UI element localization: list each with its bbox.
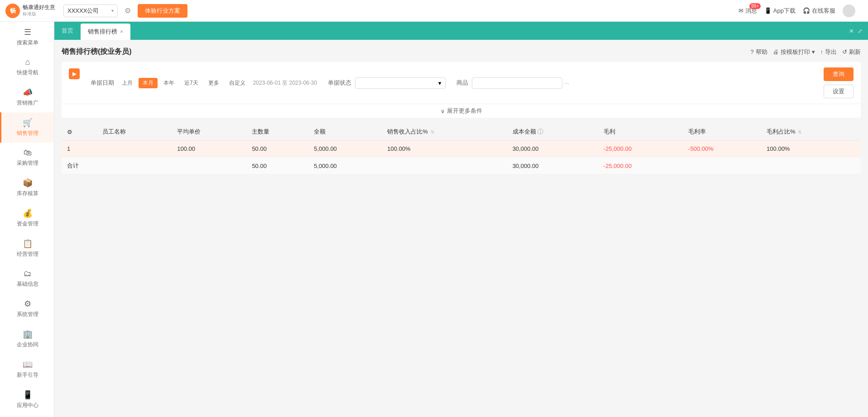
filter-collapse-icon[interactable]: ▶ bbox=[69, 68, 80, 79]
sidebar: ☰ 搜索菜单 ⌂ 快捷导航 📣 营销推广 🛒 销售管理 🛍 采购管理 📦 库存核… bbox=[0, 22, 54, 417]
folder-icon: 🗂 bbox=[24, 269, 32, 278]
sidebar-item-basic-info[interactable]: 🗂 基础信息 bbox=[0, 264, 54, 293]
goods-input[interactable] bbox=[472, 77, 562, 89]
footer-amount: 5,000.00 bbox=[308, 157, 382, 175]
sidebar-item-finance[interactable]: 💰 资金管理 bbox=[0, 203, 54, 233]
date-pills: 上月 本月 本年 近7天 更多 自定义 bbox=[118, 78, 249, 88]
footer-gross-pct bbox=[761, 157, 861, 175]
footer-gross: -25,000.00 bbox=[598, 157, 683, 175]
page-header: 销售排行榜(按业务员) ? 帮助 🖨 按模板打印 ▾ ↑ 导出 bbox=[62, 47, 861, 57]
table-foot: 合计 50.00 5,000.00 30,000.00 -25,000.00 bbox=[62, 157, 861, 175]
status-select[interactable]: ▾ bbox=[355, 77, 446, 89]
page-actions: ? 帮助 🖨 按模板打印 ▾ ↑ 导出 ↺ 刷新 bbox=[750, 48, 861, 56]
table-row: 1 100.00 50.00 5,000.00 100.00% 30,000.0… bbox=[62, 141, 861, 157]
expand-more-button[interactable]: ∨ 展开更多条件 bbox=[62, 104, 861, 118]
company-name: XXXXX公司 bbox=[67, 7, 110, 15]
date-pill-7days[interactable]: 近7天 bbox=[180, 78, 202, 88]
sidebar-item-enterprise[interactable]: 🏢 企业协同 bbox=[0, 324, 54, 354]
sidebar-item-wechat[interactable]: 💬 企业微信 bbox=[0, 415, 54, 417]
status-filter: 单据状态 ▾ bbox=[328, 77, 446, 89]
cell-gross-pct: 100.00% bbox=[761, 141, 861, 157]
date-pill-last-month[interactable]: 上月 bbox=[118, 78, 137, 88]
th-name: 员工名称 bbox=[97, 123, 172, 141]
box-icon: 📦 bbox=[23, 178, 33, 188]
footer-main-qty: 50.00 bbox=[246, 157, 308, 175]
table-body: 1 100.00 50.00 5,000.00 100.00% 30,000.0… bbox=[62, 141, 861, 157]
sidebar-item-inventory[interactable]: 📦 库存核算 bbox=[0, 173, 54, 203]
message-button[interactable]: ✉ 消息 99+ bbox=[739, 7, 757, 15]
table-head: ⚙ 员工名称 平均单价 主数量 全额 销售收入占比% ⇅ 成本全额 bbox=[62, 123, 861, 141]
filter-fields: 单据日期 上月 本月 本年 近7天 更多 自定义 2023-06-01 至 20… bbox=[91, 67, 854, 98]
sidebar-item-app-center[interactable]: 📱 应用中心 bbox=[0, 384, 54, 415]
cell-sales-pct: 100.00% bbox=[382, 141, 507, 157]
settings-button[interactable]: 设置 bbox=[824, 85, 854, 98]
sidebar-item-marketing[interactable]: 📣 营销推广 bbox=[0, 82, 54, 112]
app-icon: 📱 bbox=[764, 7, 772, 14]
trial-button[interactable]: 体验行业方案 bbox=[138, 4, 187, 18]
sidebar-item-search-order[interactable]: ☰ 搜索菜单 bbox=[0, 22, 54, 52]
footer-cost: 30,000.00 bbox=[507, 157, 598, 175]
more-options-icon[interactable]: ··· bbox=[564, 80, 569, 86]
chevron-down-icon: ▾ bbox=[111, 8, 114, 13]
sidebar-item-guide[interactable]: 📖 新手引导 bbox=[0, 354, 54, 384]
megaphone-icon: 📣 bbox=[23, 87, 33, 97]
print-icon: 🖨 bbox=[773, 48, 779, 55]
th-cost: 成本全额 ⓘ bbox=[507, 123, 598, 141]
mobile-icon: 📱 bbox=[23, 390, 33, 400]
table-footer-row: 合计 50.00 5,000.00 30,000.00 -25,000.00 bbox=[62, 157, 861, 175]
date-pill-custom[interactable]: 自定义 bbox=[225, 78, 249, 88]
th-gross-rate: 毛利率 bbox=[683, 123, 761, 141]
footer-gross-rate bbox=[683, 157, 761, 175]
settings-icon[interactable]: ⚙ bbox=[121, 5, 134, 17]
page-title: 销售排行榜(按业务员) bbox=[62, 47, 132, 57]
online-service-button[interactable]: 🎧 在线客服 bbox=[803, 7, 835, 15]
date-pill-this-month[interactable]: 本月 bbox=[139, 78, 158, 88]
window-close-icon[interactable]: ✕ bbox=[849, 28, 854, 34]
app-download-button[interactable]: 📱 App下载 bbox=[764, 7, 796, 15]
company-selector[interactable]: XXXXX公司 ▾ bbox=[63, 5, 118, 17]
gross-pct-sort-icon[interactable]: ⇅ bbox=[798, 129, 801, 134]
sidebar-item-purchase[interactable]: 🛍 采购管理 bbox=[0, 143, 54, 173]
sidebar-item-operation[interactable]: 📋 经营管理 bbox=[0, 233, 54, 264]
logo-icon: 畅 bbox=[5, 4, 20, 18]
sidebar-item-system[interactable]: ⚙ 系统管理 bbox=[0, 293, 54, 324]
content-area: 首页 销售排行榜 × ✕ ⤢ 销售排行榜(按业务员) ? 帮助 bbox=[54, 22, 868, 417]
help-button[interactable]: ? 帮助 bbox=[750, 48, 767, 56]
cell-cost: 30,000.00 bbox=[507, 141, 598, 157]
date-pill-this-year[interactable]: 本年 bbox=[159, 78, 178, 88]
date-pill-more[interactable]: 更多 bbox=[204, 78, 223, 88]
export-button[interactable]: ↑ 导出 bbox=[820, 48, 837, 56]
th-sales-pct: 销售收入占比% ⇅ bbox=[382, 123, 507, 141]
footer-sales-pct bbox=[382, 157, 507, 175]
logo-area: 畅 畅康通好生意 标准版 bbox=[5, 4, 60, 18]
money-icon: 💰 bbox=[23, 208, 33, 218]
tab-close-icon[interactable]: × bbox=[120, 29, 123, 35]
window-expand-icon[interactable]: ⤢ bbox=[858, 28, 863, 34]
th-main-qty: 主数量 bbox=[246, 123, 308, 141]
tab-home[interactable]: 首页 bbox=[54, 22, 81, 40]
th-gross: 毛利 bbox=[598, 123, 683, 141]
avatar[interactable] bbox=[843, 5, 855, 17]
home-icon: ⌂ bbox=[25, 58, 30, 67]
status-label: 单据状态 bbox=[328, 79, 351, 87]
goods-label: 商品 bbox=[456, 79, 468, 87]
sidebar-label: 搜索菜单 bbox=[17, 39, 38, 47]
search-icon: ☰ bbox=[24, 27, 31, 37]
cell-amount: 5,000.00 bbox=[308, 141, 382, 157]
refresh-icon: ↺ bbox=[842, 48, 847, 55]
th-avg-price: 平均单价 bbox=[172, 123, 246, 141]
sidebar-item-quick-nav[interactable]: ⌂ 快捷导航 bbox=[0, 52, 54, 82]
th-amount: 全额 bbox=[308, 123, 382, 141]
cell-main-qty: 50.00 bbox=[246, 141, 308, 157]
goods-filter: 商品 ··· bbox=[456, 77, 569, 89]
query-button[interactable]: 查询 bbox=[824, 67, 854, 81]
book-icon: 📖 bbox=[23, 359, 33, 369]
sidebar-item-sales[interactable]: 🛒 销售管理 bbox=[0, 112, 54, 143]
sales-pct-sort-icon[interactable]: ⇅ bbox=[431, 129, 434, 134]
th-gear-icon[interactable]: ⚙ bbox=[67, 129, 72, 135]
cost-info-icon[interactable]: ⓘ bbox=[537, 128, 543, 135]
print-button[interactable]: 🖨 按模板打印 ▾ bbox=[773, 48, 815, 56]
tab-sales-ranking[interactable]: 销售排行榜 × bbox=[81, 24, 130, 40]
refresh-button[interactable]: ↺ 刷新 bbox=[842, 48, 861, 56]
top-right-area: ✉ 消息 99+ 📱 App下载 🎧 在线客服 bbox=[739, 5, 863, 17]
